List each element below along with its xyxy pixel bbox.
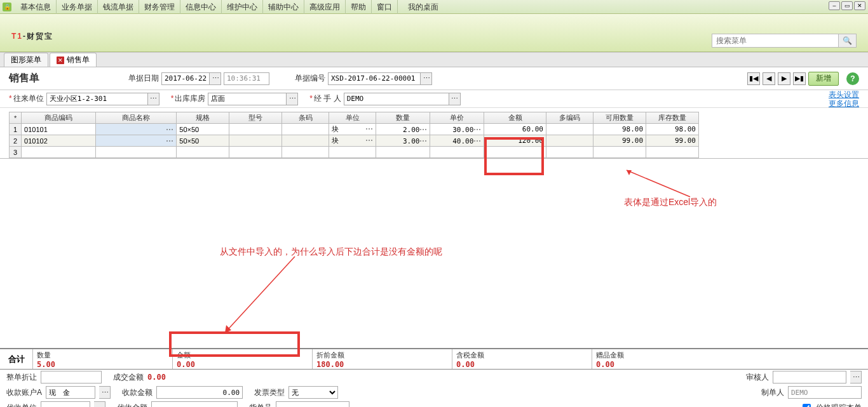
cell-model[interactable] bbox=[229, 135, 282, 147]
cell-code[interactable]: 010101 bbox=[22, 124, 96, 135]
invoice-type-select[interactable]: 无 bbox=[288, 386, 338, 399]
shipment-no-field[interactable] bbox=[276, 401, 349, 407]
more-info-link[interactable]: 更多信息 bbox=[829, 99, 859, 108]
cell-amount[interactable]: 60.00 bbox=[484, 124, 546, 135]
cell-unit[interactable]: 块 ⋯ bbox=[329, 135, 376, 147]
search-input[interactable] bbox=[712, 34, 839, 48]
menu-help[interactable]: 帮助 bbox=[346, 0, 372, 14]
cell-model[interactable] bbox=[229, 147, 282, 158]
total-qty-label: 数量 bbox=[37, 350, 168, 360]
menu-basic[interactable]: 基本信息 bbox=[15, 0, 57, 14]
warehouse-field[interactable] bbox=[208, 93, 287, 105]
cell-price[interactable] bbox=[430, 147, 484, 158]
col-spec[interactable]: 规格 bbox=[177, 112, 229, 124]
auditor-picker-button[interactable]: ⋯ bbox=[850, 371, 862, 384]
col-avail[interactable]: 可用数量 bbox=[593, 112, 646, 124]
col-price[interactable]: 单价 bbox=[430, 112, 484, 124]
docno-picker-button[interactable]: ⋯ bbox=[421, 72, 432, 85]
cell-name[interactable] bbox=[95, 147, 176, 158]
new-button[interactable]: 新增 bbox=[808, 72, 839, 86]
tab-close-icon[interactable]: ✕ bbox=[57, 57, 64, 64]
menu-aux[interactable]: 辅助中心 bbox=[263, 0, 304, 14]
cell-amount[interactable] bbox=[484, 147, 546, 158]
cell-name[interactable]: ⋯ bbox=[95, 135, 176, 147]
close-icon[interactable]: ✕ bbox=[854, 1, 865, 10]
date-field[interactable] bbox=[161, 72, 210, 85]
menu-maint[interactable]: 维护中心 bbox=[222, 0, 263, 14]
maker-field bbox=[788, 386, 862, 399]
price-track-checkbox[interactable] bbox=[803, 404, 811, 408]
cell-barcode[interactable] bbox=[281, 124, 329, 135]
menu-info[interactable]: 信息中心 bbox=[180, 0, 222, 14]
party-field[interactable] bbox=[46, 93, 148, 105]
receipt-amount-field[interactable] bbox=[156, 386, 243, 399]
handler-picker-button[interactable]: ⋯ bbox=[449, 93, 461, 105]
cell-price[interactable]: 30.00⋯ bbox=[430, 124, 484, 135]
nav-prev-button[interactable]: ◀ bbox=[763, 72, 775, 85]
date-picker-button[interactable]: ⋯ bbox=[210, 72, 221, 85]
menu-finance[interactable]: 财务管理 bbox=[139, 0, 180, 14]
col-name[interactable]: 商品名称 bbox=[95, 112, 176, 124]
items-grid[interactable]: * 商品编码 商品名称 规格 型号 条码 单位 数量 单价 金额 多编码 可用数… bbox=[9, 112, 699, 158]
docno-field[interactable] bbox=[328, 72, 421, 85]
proxy-unit-field[interactable] bbox=[41, 401, 90, 407]
menu-adv[interactable]: 高级应用 bbox=[304, 0, 346, 14]
cell-code[interactable]: 010102 bbox=[22, 135, 96, 147]
cell-price[interactable]: 40.00⋯ bbox=[430, 135, 484, 147]
col-code[interactable]: 商品编码 bbox=[22, 112, 96, 124]
table-row[interactable]: 2010102 ⋯50×50块 ⋯3.00⋯40.00⋯120.0099.009… bbox=[10, 135, 699, 147]
cell-name[interactable]: ⋯ bbox=[95, 124, 176, 135]
cell-spec[interactable] bbox=[177, 147, 229, 158]
tab-sales[interactable]: ✕销售单 bbox=[50, 53, 97, 67]
account-field[interactable] bbox=[46, 386, 95, 399]
col-multicode[interactable]: 多编码 bbox=[546, 112, 593, 124]
menu-desktop[interactable]: 我的桌面 bbox=[403, 0, 444, 14]
search-button[interactable]: 🔍 bbox=[839, 34, 857, 48]
tab-graph-menu[interactable]: 图形菜单 bbox=[4, 53, 48, 67]
deal-amount-label: 成交金额 bbox=[113, 372, 144, 383]
header-settings-link[interactable]: 表头设置 bbox=[829, 90, 859, 99]
cell-barcode[interactable] bbox=[281, 147, 329, 158]
nav-last-button[interactable]: ▶▮ bbox=[793, 72, 806, 85]
col-qty[interactable]: 数量 bbox=[376, 112, 430, 124]
warehouse-picker-button[interactable]: ⋯ bbox=[287, 93, 298, 105]
cell-multicode[interactable] bbox=[546, 147, 593, 158]
restore-icon[interactable]: ▭ bbox=[841, 1, 853, 10]
table-row[interactable]: 1010101 ⋯50×50块 ⋯2.00⋯30.00⋯60.0098.0098… bbox=[10, 124, 699, 135]
cell-code[interactable] bbox=[22, 147, 96, 158]
minimize-icon[interactable]: – bbox=[829, 1, 840, 10]
discount-field[interactable] bbox=[41, 371, 102, 384]
menu-window[interactable]: 窗口 bbox=[372, 0, 398, 14]
col-barcode[interactable]: 条码 bbox=[281, 112, 329, 124]
menu-biz[interactable]: 业务单据 bbox=[57, 0, 98, 14]
cell-multicode[interactable] bbox=[546, 124, 593, 135]
proxy-amount-field[interactable] bbox=[151, 401, 238, 407]
cell-amount[interactable]: 120.00 bbox=[484, 135, 546, 147]
help-button[interactable]: ? bbox=[846, 72, 859, 85]
account-picker-button[interactable]: ⋯ bbox=[99, 386, 111, 399]
cell-spec[interactable]: 50×50 bbox=[177, 124, 229, 135]
cell-qty[interactable] bbox=[376, 147, 430, 158]
cell-model[interactable] bbox=[229, 124, 282, 135]
cell-spec[interactable]: 50×50 bbox=[177, 135, 229, 147]
total-amount-label: 金额 bbox=[177, 350, 308, 360]
cell-multicode[interactable] bbox=[546, 135, 593, 147]
cell-unit[interactable]: 块 ⋯ bbox=[329, 124, 376, 135]
col-unit[interactable]: 单位 bbox=[329, 112, 376, 124]
nav-first-button[interactable]: ▮◀ bbox=[747, 72, 760, 85]
proxy-unit-picker-button[interactable]: ⋯ bbox=[94, 401, 105, 407]
menu-cash[interactable]: 钱流单据 bbox=[98, 0, 139, 14]
cell-barcode[interactable] bbox=[281, 135, 329, 147]
auditor-field[interactable] bbox=[773, 371, 846, 384]
cell-unit[interactable] bbox=[329, 147, 376, 158]
col-amount[interactable]: 金额 bbox=[484, 112, 546, 124]
col-stock[interactable]: 库存数量 bbox=[646, 112, 699, 124]
total-prediscount-label: 折前金额 bbox=[316, 350, 448, 360]
nav-next-button[interactable]: ▶ bbox=[778, 72, 790, 85]
cell-qty[interactable]: 3.00⋯ bbox=[376, 135, 430, 147]
table-row[interactable]: 3 bbox=[10, 147, 699, 158]
handler-field[interactable] bbox=[344, 93, 449, 105]
party-picker-button[interactable]: ⋯ bbox=[148, 93, 159, 105]
col-model[interactable]: 型号 bbox=[229, 112, 282, 124]
cell-qty[interactable]: 2.00⋯ bbox=[376, 124, 430, 135]
